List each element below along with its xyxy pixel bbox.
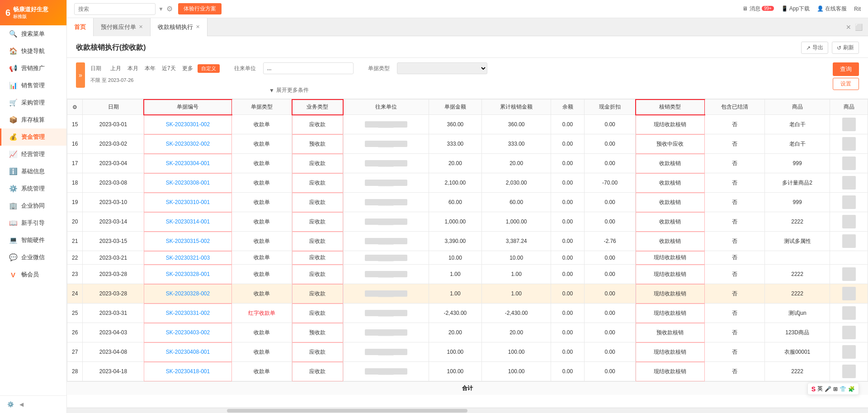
sidebar-item-system[interactable]: ⚙️ 系统管理 bbox=[0, 180, 66, 197]
th-goods2[interactable]: 商品 bbox=[830, 100, 868, 115]
doc-no-link[interactable]: SK-20230315-002 bbox=[166, 238, 210, 244]
doc-no-link[interactable]: SK-20230302-002 bbox=[166, 141, 210, 147]
table-row[interactable]: 28 2023-04-18 SK-20230418-001 收款单 应收款 ██… bbox=[67, 362, 868, 382]
user-name[interactable]: Rit bbox=[854, 6, 861, 12]
tab-close-all-icon[interactable]: ✕ bbox=[846, 24, 851, 31]
query-button[interactable]: 查询 bbox=[833, 62, 859, 76]
doc-no-link[interactable]: SK-20230304-001 bbox=[166, 160, 210, 166]
th-date[interactable]: 日期 bbox=[83, 100, 144, 115]
sidebar-item-search[interactable]: 🔍 搜索菜单 bbox=[0, 25, 66, 43]
doc-no-link[interactable]: SK-20230314-001 bbox=[166, 218, 210, 225]
export-button[interactable]: ↗ 导出 bbox=[801, 42, 828, 54]
cell-goods1: 多计量商品2 bbox=[765, 173, 830, 193]
tab-home[interactable]: 首页 bbox=[67, 18, 94, 36]
sidebar-item-quicknav[interactable]: 🏠 快捷导航 bbox=[0, 43, 66, 60]
th-discount[interactable]: 现金折扣 bbox=[584, 100, 635, 115]
th-amount[interactable]: 单据金额 bbox=[429, 100, 482, 115]
doc-no-link[interactable]: SK-20230408-001 bbox=[166, 349, 210, 355]
sidebar-item-hardware[interactable]: 💻 智能硬件 bbox=[0, 232, 66, 249]
doc-no-link[interactable]: SK-20230321-003 bbox=[166, 255, 210, 261]
cell-accum: 10.00 bbox=[482, 251, 551, 265]
sidebar-item-sales[interactable]: 📊 销售管理 bbox=[0, 77, 66, 94]
topbar-search-input[interactable] bbox=[74, 3, 156, 15]
doc-no-link[interactable]: SK-20230418-001 bbox=[166, 368, 210, 375]
refresh-button[interactable]: ↺ 刷新 bbox=[832, 42, 859, 54]
th-settings[interactable]: ⚙ bbox=[67, 100, 83, 115]
sidebar-item-enterprise[interactable]: 🏢 企业协同 bbox=[0, 197, 66, 214]
doc-no-link[interactable]: SK-20230328-001 bbox=[166, 271, 210, 277]
puzzle-icon[interactable]: 🧩 bbox=[848, 386, 855, 392]
th-partner[interactable]: 往来单位 bbox=[343, 100, 429, 115]
online-service-area[interactable]: 👤 在线客服 bbox=[817, 5, 847, 13]
grid-icon[interactable]: ⊞ bbox=[833, 386, 838, 392]
partner-input[interactable] bbox=[263, 62, 354, 74]
date-btn-more[interactable]: 更多 bbox=[180, 64, 195, 73]
table-row[interactable]: 23 2023-03-28 SK-20230328-001 收款单 应收款 ██… bbox=[67, 265, 868, 284]
table-row[interactable]: 22 2023-03-21 SK-20230321-003 收款单 应收款 ██… bbox=[67, 251, 868, 265]
tab-maximize-icon[interactable]: ⬜ bbox=[855, 24, 863, 31]
collapse-icon[interactable]: ◀ bbox=[19, 401, 24, 408]
table-row[interactable]: 27 2023-04-08 SK-20230408-001 收款单 应收款 ██… bbox=[67, 342, 868, 362]
sidebar-item-purchase[interactable]: 🛒 采购管理 bbox=[0, 94, 66, 111]
table-row[interactable]: 25 2023-03-31 SK-20230331-002 红字收款单 应收款 … bbox=[67, 304, 868, 323]
th-goods1[interactable]: 商品 bbox=[765, 100, 830, 115]
cell-balance: 0.00 bbox=[551, 115, 585, 134]
sidebar-item-wechat[interactable]: 💬 企业微信 bbox=[0, 249, 66, 266]
app-download-area[interactable]: 📱 App下载 bbox=[781, 5, 810, 13]
date-btn-this-month[interactable]: 本月 bbox=[126, 64, 140, 73]
horizontal-scrollbar[interactable] bbox=[67, 408, 868, 413]
date-btn-this-year[interactable]: 本年 bbox=[143, 64, 157, 73]
th-doc-type[interactable]: 单据类型 bbox=[232, 100, 292, 115]
th-biz-type[interactable]: 业务类型 bbox=[292, 100, 343, 115]
tab-prepay[interactable]: 预付账应付单 ✕ bbox=[94, 18, 151, 36]
settings-icon[interactable]: ⚙️ bbox=[7, 401, 14, 408]
date-btn-7days[interactable]: 近7天 bbox=[160, 64, 178, 73]
shirt-icon[interactable]: 👕 bbox=[840, 386, 846, 392]
doc-no-link[interactable]: SK-20230310-001 bbox=[166, 199, 210, 205]
topbar-gear-icon[interactable]: ⚙ bbox=[166, 5, 173, 13]
table-row[interactable]: 16 2023-03-02 SK-20230302-002 收款单 预收款 ██… bbox=[67, 134, 868, 154]
table-row[interactable]: 17 2023-03-04 SK-20230304-001 收款单 应收款 ██… bbox=[67, 154, 868, 173]
th-included[interactable]: 包含已结清 bbox=[705, 100, 765, 115]
table-row[interactable]: 21 2023-03-15 SK-20230315-002 收款单 应收款 ██… bbox=[67, 232, 868, 251]
tab-receipt-close[interactable]: ✕ bbox=[196, 24, 200, 30]
cell-doc-type: 收款单 bbox=[232, 134, 292, 154]
mic-icon[interactable]: 🎤 bbox=[825, 386, 831, 392]
filter-collapse-button[interactable]: » bbox=[76, 62, 85, 88]
table-row[interactable]: 18 2023-03-08 SK-20230308-001 收款单 应收款 ██… bbox=[67, 173, 868, 193]
th-balance[interactable]: 余额 bbox=[551, 100, 585, 115]
table-area[interactable]: ⚙ 日期 单据编号 单据类型 业务类型 往来单位 单据金额 累计核销金额 余额 … bbox=[67, 99, 868, 408]
doc-type-select[interactable] bbox=[397, 62, 487, 74]
message-area[interactable]: 🖥 消息 99+ bbox=[742, 5, 774, 13]
th-accum[interactable]: 累计核销金额 bbox=[482, 100, 551, 115]
th-doc-no[interactable]: 单据编号 bbox=[144, 100, 232, 115]
sidebar-item-member[interactable]: V 畅会员 bbox=[0, 266, 66, 283]
sidebar-item-marketing[interactable]: 📢 营销推广 bbox=[0, 60, 66, 77]
table-row[interactable]: 19 2023-03-10 SK-20230310-001 收款单 应收款 ██… bbox=[67, 193, 868, 212]
scroll-thumb[interactable] bbox=[227, 409, 467, 413]
sidebar-item-inventory[interactable]: 📦 库存核算 bbox=[0, 111, 66, 128]
doc-no-link[interactable]: SK-20230328-002 bbox=[166, 290, 210, 297]
industry-solution-button[interactable]: 体验行业方案 bbox=[178, 3, 222, 14]
table-row[interactable]: 15 2023-03-01 SK-20230301-002 收款单 应收款 ██… bbox=[67, 115, 868, 134]
table-row[interactable]: 24 2023-03-28 SK-20230328-002 收款单 应收款 ██… bbox=[67, 284, 868, 304]
doc-no-link[interactable]: SK-20230301-002 bbox=[166, 121, 210, 128]
sidebar-item-finance[interactable]: 💰 资金管理 bbox=[0, 128, 66, 146]
tab-prepay-close[interactable]: ✕ bbox=[139, 24, 143, 30]
table-row[interactable]: 26 2023-04-03 SK-20230403-002 收款单 预收款 ██… bbox=[67, 323, 868, 342]
filter-settings-button[interactable]: 设置 bbox=[833, 78, 859, 90]
date-btn-custom[interactable]: 自定义 bbox=[198, 64, 220, 73]
sidebar-item-guide[interactable]: 📖 新手引导 bbox=[0, 214, 66, 232]
topbar-dropdown-icon[interactable]: ▼ bbox=[158, 6, 164, 12]
date-btn-last-month[interactable]: 上月 bbox=[108, 64, 123, 73]
tab-receipt-exec[interactable]: 收款核销执行 ✕ bbox=[151, 18, 208, 36]
expand-filter-button[interactable]: ▼ 展开更多条件 bbox=[269, 86, 309, 94]
table-row[interactable]: 20 2023-03-14 SK-20230314-001 收款单 应收款 ██… bbox=[67, 212, 868, 232]
doc-no-link[interactable]: SK-20230331-002 bbox=[166, 310, 210, 316]
th-verify-type[interactable]: 核销类型 bbox=[636, 100, 705, 115]
doc-no-link[interactable]: SK-20230403-002 bbox=[166, 329, 210, 336]
doc-no-link[interactable]: SK-20230308-001 bbox=[166, 180, 210, 186]
sidebar-item-basic[interactable]: ℹ️ 基础信息 bbox=[0, 163, 66, 180]
partner-filter-label: 往来单位 bbox=[234, 65, 256, 72]
sidebar-item-operations[interactable]: 📈 经营管理 bbox=[0, 146, 66, 163]
